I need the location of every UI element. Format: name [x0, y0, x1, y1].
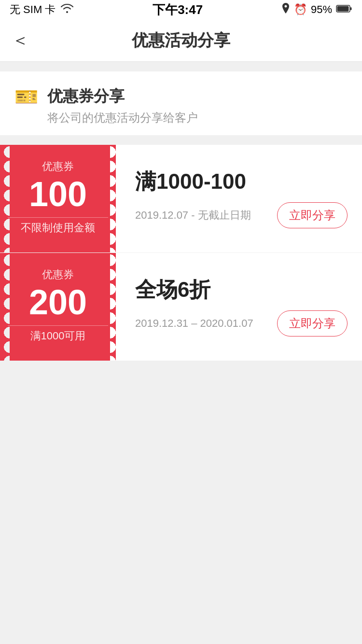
coupon-item-2: 优惠券 200 满1000可用 全场6折 2019.12.31 – 2020.0…: [0, 253, 362, 361]
section-subtext: 将公司的优惠活动分享给客户: [47, 110, 198, 126]
alarm-icon: ⏰: [294, 3, 307, 16]
coupon-left-2: 优惠券 200 满1000可用: [0, 253, 116, 361]
status-bar: 无 SIM 卡 下午3:47 ⏰ 95%: [0, 0, 362, 19]
nav-title: 优惠活动分享: [132, 29, 230, 52]
coupon-title-2: 全场6折: [135, 277, 348, 303]
location-icon: [281, 3, 290, 16]
coupon-meta-1: 2019.12.07 - 无截止日期 立即分享: [135, 202, 348, 228]
status-right: ⏰ 95%: [281, 3, 352, 16]
section-header: 🎫 优惠券分享 将公司的优惠活动分享给客户: [0, 71, 362, 135]
nav-bar: ＜ 优惠活动分享: [0, 19, 362, 62]
share-button-2[interactable]: 立即分享: [277, 310, 348, 336]
coupon-type-1: 优惠券: [42, 159, 74, 174]
coupon-date-1: 2019.12.07 - 无截止日期: [135, 208, 251, 223]
coupon-right-1: 满1000-100 2019.12.07 - 无截止日期 立即分享: [116, 145, 362, 252]
coupon-value-2: 200: [29, 285, 87, 320]
wifi-icon: [60, 3, 74, 16]
battery-percent: 95%: [311, 3, 332, 16]
coupon-value-1: 100: [29, 177, 87, 211]
status-time: 下午3:47: [153, 1, 203, 18]
share-button-1[interactable]: 立即分享: [277, 202, 348, 228]
coupon-share-icon: 🎫: [14, 87, 39, 106]
svg-rect-1: [350, 7, 352, 10]
coupon-item: 优惠券 100 不限制使用金额 满1000-100 2019.12.07 - 无…: [0, 145, 362, 253]
coupon-date-2: 2019.12.31 – 2020.01.07: [135, 317, 253, 330]
section-text: 优惠券分享 将公司的优惠活动分享给客户: [47, 86, 198, 126]
coupon-right-2: 全场6折 2019.12.31 – 2020.01.07 立即分享: [116, 253, 362, 361]
battery-icon: [336, 3, 352, 16]
bottom-area: [0, 361, 362, 641]
svg-rect-2: [337, 6, 349, 12]
sim-label: 无 SIM 卡: [10, 2, 56, 17]
section-heading: 优惠券分享: [47, 86, 198, 107]
status-left: 无 SIM 卡: [10, 2, 74, 17]
coupon-title-1: 满1000-100: [135, 169, 348, 195]
coupon-meta-2: 2019.12.31 – 2020.01.07 立即分享: [135, 310, 348, 336]
coupon-type-2: 优惠券: [42, 267, 74, 282]
back-button[interactable]: ＜: [12, 28, 29, 52]
coupon-left-1: 优惠券 100 不限制使用金额: [0, 145, 116, 252]
coupon-condition-1: 不限制使用金额: [8, 217, 108, 238]
coupon-list: 优惠券 100 不限制使用金额 满1000-100 2019.12.07 - 无…: [0, 145, 362, 361]
coupon-condition-2: 满1000可用: [8, 325, 108, 346]
